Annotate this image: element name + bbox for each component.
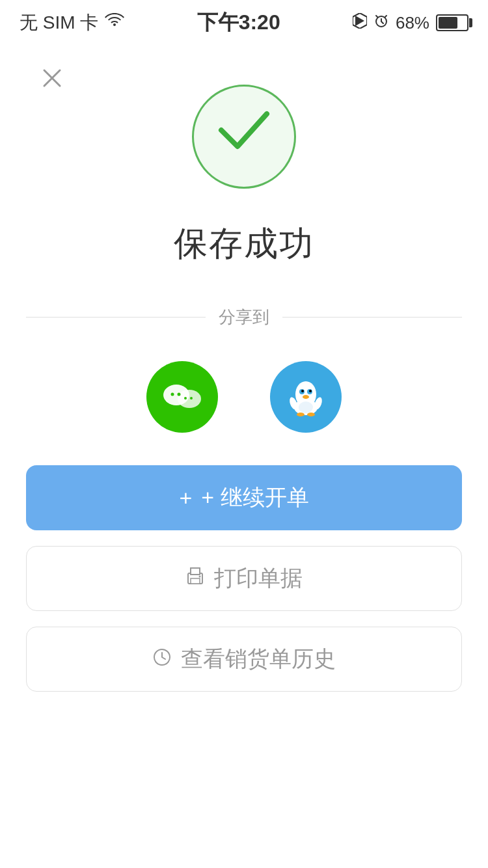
action-buttons: + + 继续开单 打印单据 查看销货单历 — [0, 465, 488, 692]
svg-point-12 — [303, 395, 309, 399]
status-left: 无 SIM 卡 — [20, 10, 124, 35]
print-button-text: 打印单据 — [214, 563, 303, 593]
svg-point-10 — [301, 390, 304, 392]
status-right: 68% — [353, 13, 468, 33]
alarm-icon — [373, 13, 389, 33]
svg-point-4 — [178, 393, 181, 396]
qq-button[interactable] — [270, 361, 342, 433]
checkmark-icon — [215, 104, 273, 165]
divider-right — [282, 317, 462, 318]
main-content: 保存成功 分享到 — [0, 46, 488, 692]
printer-icon — [185, 567, 205, 591]
svg-point-5 — [184, 397, 187, 400]
share-divider: 分享到 — [26, 306, 462, 329]
battery-percentage: 68% — [396, 13, 429, 33]
divider-left — [26, 317, 206, 318]
success-circle — [192, 85, 296, 189]
clock-icon — [152, 647, 172, 671]
share-icons — [26, 361, 462, 433]
plus-icon: + — [179, 485, 192, 511]
status-time: 下午3:20 — [197, 8, 280, 37]
history-button-text: 查看销货单历史 — [181, 644, 336, 674]
wifi-icon — [105, 13, 124, 33]
svg-point-11 — [309, 390, 312, 392]
svg-rect-21 — [191, 578, 200, 584]
svg-point-2 — [178, 390, 201, 408]
svg-point-3 — [171, 393, 174, 396]
close-button[interactable] — [33, 59, 72, 98]
battery-icon — [436, 14, 468, 31]
share-section: 分享到 — [0, 306, 488, 433]
location-icon — [353, 13, 367, 33]
carrier-text: 无 SIM 卡 — [20, 10, 98, 35]
svg-point-6 — [190, 397, 193, 400]
continue-button[interactable]: + + 继续开单 — [26, 465, 462, 530]
wechat-button[interactable] — [146, 361, 218, 433]
status-bar: 无 SIM 卡 下午3:20 68% — [0, 0, 488, 46]
svg-point-14 — [299, 401, 313, 413]
history-button[interactable]: 查看销货单历史 — [26, 627, 462, 692]
success-title: 保存成功 — [174, 221, 314, 267]
continue-button-text: + 继续开单 — [201, 483, 308, 513]
share-label: 分享到 — [219, 306, 269, 329]
svg-point-16 — [307, 413, 315, 416]
svg-rect-20 — [191, 568, 200, 575]
svg-point-15 — [297, 413, 305, 416]
print-button[interactable]: 打印单据 — [26, 546, 462, 611]
svg-point-22 — [199, 575, 201, 577]
